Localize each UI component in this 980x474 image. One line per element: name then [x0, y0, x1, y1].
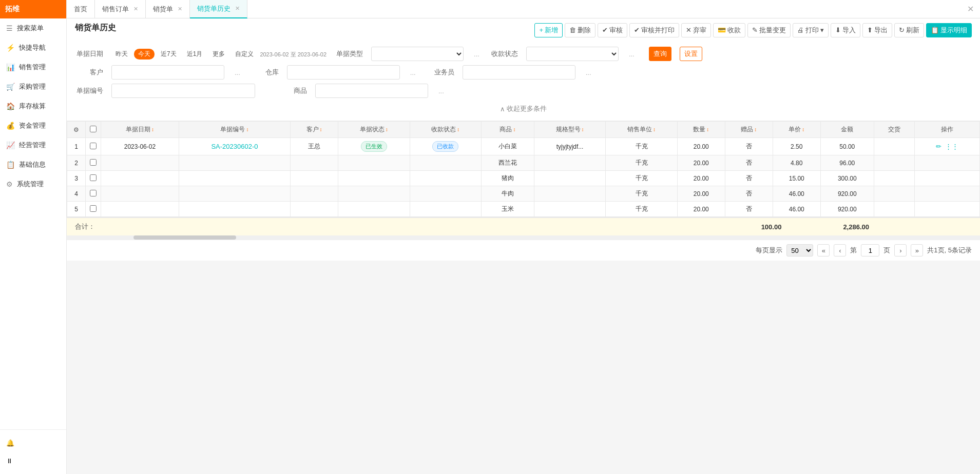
show-detail-button[interactable]: 📋 显示明细 — [926, 23, 972, 37]
column-unit[interactable]: 销售单位↕ — [606, 122, 678, 138]
warehouse-dots[interactable]: ... — [408, 69, 418, 76]
collapse-label: 收起更多条件 — [507, 104, 547, 113]
cell-doc-no[interactable] — [179, 186, 290, 202]
tab-sales-order[interactable]: 销售订单 ✕ — [95, 0, 146, 18]
date-pill-more[interactable]: 更多 — [208, 49, 229, 60]
column-customer[interactable]: 客户↕ — [291, 122, 338, 138]
settings-button[interactable]: 设置 — [680, 47, 702, 61]
sidebar-notification[interactable]: 🔔 — [0, 434, 66, 452]
column-goods[interactable]: 商品↕ — [482, 122, 534, 138]
date-range-text: 2023-06-02 至 2023-06-02 — [260, 51, 326, 58]
prev-page-button[interactable]: ‹ — [834, 244, 846, 256]
row-checkbox[interactable] — [90, 159, 97, 166]
cell-price: 46.00 — [773, 202, 820, 217]
sidebar-item-quick-nav[interactable]: ⚡ 快捷导航 — [0, 38, 66, 57]
cell-checkbox[interactable] — [86, 171, 101, 186]
import-button[interactable]: ⬇ 导入 — [831, 23, 860, 37]
tab-bar-close[interactable]: ✕ — [961, 4, 980, 14]
tab-home[interactable]: 首页 — [67, 0, 95, 18]
tab-sales-delivery[interactable]: 销货单 ✕ — [146, 0, 190, 18]
cell-checkbox[interactable] — [86, 138, 101, 155]
doc-no-link[interactable]: SA-20230602-0 — [211, 143, 258, 150]
sidebar-item-base-info[interactable]: 📋 基础信息 — [0, 155, 66, 174]
tab-sales-delivery-close[interactable]: ✕ — [178, 6, 182, 12]
cell-checkbox[interactable] — [86, 186, 101, 202]
first-page-button[interactable]: « — [817, 244, 830, 256]
tab-sales-history[interactable]: 销货单历史 ✕ — [190, 0, 247, 18]
date-pill-custom[interactable]: 自定义 — [231, 49, 258, 60]
customer-dots[interactable]: ... — [233, 69, 242, 76]
refresh-button[interactable]: ↻ 刷新 — [894, 23, 924, 37]
payment-status-dots[interactable]: ... — [627, 50, 637, 58]
column-spec[interactable]: 规格型号↕ — [534, 122, 606, 138]
export-button[interactable]: ⬆ 导出 — [862, 23, 892, 37]
date-pill-7days[interactable]: 近7天 — [157, 49, 181, 60]
add-button[interactable]: + 新增 — [534, 23, 563, 37]
audit-button[interactable]: ✔ 审核 — [598, 23, 627, 37]
customer-input[interactable] — [111, 65, 224, 80]
column-gear[interactable]: ⚙ — [67, 122, 86, 138]
warehouse-input[interactable] — [287, 65, 400, 80]
cell-checkbox[interactable] — [86, 202, 101, 217]
search-button[interactable]: 查询 — [649, 47, 671, 61]
last-page-button[interactable]: » — [911, 244, 923, 256]
row-checkbox[interactable] — [90, 143, 97, 149]
column-qty[interactable]: 数量↕ — [677, 122, 725, 138]
action-more-link[interactable]: ⋮⋮ — [945, 143, 958, 150]
cell-doc-no[interactable] — [179, 202, 290, 217]
sidebar-item-sys-mgmt[interactable]: ⚙ 系统管理 — [0, 174, 66, 194]
cell-goods: 玉米 — [482, 202, 534, 217]
sidebar-item-purchase[interactable]: 🛒 采购管理 — [0, 77, 66, 96]
sidebar-item-search-menu[interactable]: ☰ 搜索菜单 — [0, 18, 66, 38]
goods-dots[interactable]: ... — [436, 87, 446, 95]
salesperson-dots[interactable]: ... — [584, 69, 593, 76]
batch-change-button[interactable]: ✎ 批量变更 — [747, 23, 791, 37]
horizontal-scrollbar[interactable] — [67, 235, 980, 240]
row-checkbox[interactable] — [90, 205, 97, 212]
delete-button[interactable]: 🗑 删除 — [565, 23, 595, 37]
date-pill-today[interactable]: 今天 — [134, 49, 155, 60]
row-checkbox[interactable] — [90, 190, 97, 196]
date-pill-1month[interactable]: 近1月 — [183, 49, 207, 60]
cell-doc-no[interactable] — [179, 155, 290, 171]
column-checkbox[interactable] — [86, 122, 101, 138]
payment-status-select[interactable] — [526, 47, 619, 61]
action-edit-link[interactable]: ✏ — [936, 143, 941, 150]
goods-input[interactable] — [315, 84, 428, 98]
next-page-button[interactable]: › — [894, 244, 907, 256]
select-all-checkbox[interactable] — [90, 126, 97, 132]
receive-button[interactable]: 💳 收款 — [713, 23, 745, 37]
sidebar-item-operations[interactable]: 📈 经营管理 — [0, 135, 66, 155]
sidebar-item-finance[interactable]: 💰 资金管理 — [0, 116, 66, 135]
cell-doc-no[interactable]: SA-20230602-0 — [179, 138, 290, 155]
column-doc-no[interactable]: 单据编号↕ — [179, 122, 290, 138]
doc-no-input[interactable] — [111, 84, 255, 98]
column-price[interactable]: 单价↕ — [773, 122, 820, 138]
sidebar-item-sales[interactable]: 📊 销售管理 — [0, 57, 66, 77]
column-date[interactable]: 单据日期↕ — [101, 122, 179, 138]
print-button[interactable]: 🖨 打印 ▾ — [793, 23, 829, 37]
date-pill-yesterday[interactable]: 昨天 — [111, 49, 132, 60]
doc-type-dots[interactable]: ... — [472, 50, 482, 58]
column-payment-status[interactable]: 收款状态↕ — [410, 122, 482, 138]
audit-print-button[interactable]: ✔ 审核并打印 — [629, 23, 679, 37]
tab-home-label: 首页 — [74, 5, 87, 14]
salesperson-input[interactable] — [463, 65, 575, 80]
cell-doc-no[interactable] — [179, 171, 290, 186]
row-checkbox[interactable] — [90, 174, 97, 181]
tab-sales-order-close[interactable]: ✕ — [133, 6, 138, 12]
collapse-button[interactable]: ∧ 收起更多条件 — [75, 102, 972, 115]
column-gift[interactable]: 赠品↕ — [725, 122, 773, 138]
column-doc-status[interactable]: 单据状态↕ — [338, 122, 410, 138]
sidebar-item-inventory[interactable]: 🏠 库存核算 — [0, 96, 66, 116]
per-page-select[interactable]: 50 20 100 — [786, 244, 813, 256]
cell-checkbox[interactable] — [86, 155, 101, 171]
doc-type-select[interactable] — [371, 47, 464, 61]
sidebar-pause[interactable]: ⏸ — [0, 452, 66, 470]
abandon-button[interactable]: ✕ 弃审 — [681, 23, 711, 37]
customer-label: 客户 — [75, 68, 103, 77]
cell-spec — [534, 202, 606, 217]
table-row: 3猪肉千克20.00否15.00300.00 — [67, 171, 980, 186]
tab-sales-history-close[interactable]: ✕ — [235, 5, 240, 12]
page-number-input[interactable] — [861, 244, 879, 256]
